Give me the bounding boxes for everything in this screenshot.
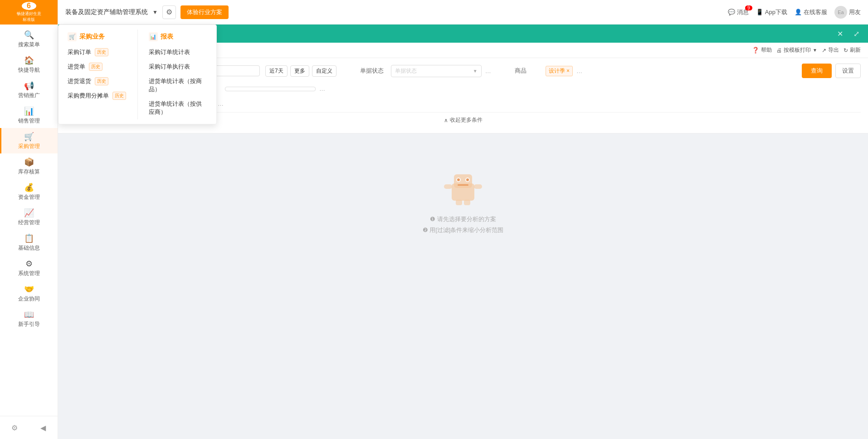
purchase-order-label: 采购订单 — [68, 48, 91, 56]
quick-more-btn[interactable]: 更多 — [290, 65, 309, 77]
sidebar-label-purchase: 采购管理 — [18, 143, 40, 150]
inbound-label: 进货单 — [68, 63, 85, 71]
settings-btn[interactable]: 设置 — [835, 64, 861, 78]
dropdown-col-report: 📊 报表 采购订单统计表 采购订单执行表 进货单统计表（按商品） 进货单统计表（… — [140, 30, 217, 119]
inbound-stats-supplier-label: 进货单统计表（按供应商） — [149, 100, 208, 116]
app-download-btn[interactable]: 📱 App下载 — [756, 8, 787, 16]
sidebar-item-guide[interactable]: 📖 新手引导 — [0, 306, 58, 331]
sidebar-label-sales: 销售管理 — [18, 117, 40, 125]
inventory-icon: 📦 — [24, 157, 34, 167]
staff-more-btn[interactable]: … — [319, 85, 325, 92]
inbound-stats-goods-label: 进货单统计表（按商品） — [149, 77, 208, 94]
refresh-btn[interactable]: ↻ 刷新 — [844, 46, 861, 54]
topbar-settings-btn[interactable]: ⚙ — [162, 5, 176, 19]
dropdown-purchase-order[interactable]: 采购订单 历史 — [63, 45, 131, 59]
sidebar-item-search[interactable]: 🔍 搜索菜单 — [0, 26, 58, 52]
user-btn[interactable]: Ea 用友 — [834, 6, 861, 19]
sidebar-bottom: ⚙ ◀ — [0, 416, 58, 439]
sidebar-label-enterprise: 企业协同 — [18, 295, 40, 303]
industry-btn[interactable]: 体验行业方案 — [180, 5, 229, 19]
quick-custom-btn[interactable]: 自定义 — [312, 65, 336, 77]
purchase-icon: 🛒 — [24, 132, 34, 142]
goods-tag-design[interactable]: 设计季 × — [546, 66, 573, 76]
dropdown-purchase-order-exec[interactable]: 采购订单执行表 — [144, 59, 212, 74]
tabbar-right: ✕ ⤢ — [834, 27, 868, 40]
dropdown-purchase-order-stats[interactable]: 采购订单统计表 — [144, 45, 212, 59]
user-avatar: Ea — [834, 6, 847, 19]
sidebar-item-operations[interactable]: 📈 经营管理 — [0, 204, 58, 230]
online-service-btn[interactable]: 👤 在线客服 — [795, 8, 827, 16]
logo-icon: 6 — [22, 2, 36, 10]
sidebar-item-system[interactable]: ⚙ 系统管理 — [0, 255, 58, 281]
goods-label: 商品 — [515, 67, 542, 75]
sidebar-item-enterprise[interactable]: 🤝 企业协同 — [0, 281, 58, 306]
sidebar-label-inventory: 库存核算 — [18, 168, 40, 176]
topbar: 装备及固定资产辅助管理系统 ▼ ⚙ 体验行业方案 💬 消息 9 📱 App下载 … — [58, 0, 868, 25]
sidebar-item-inventory[interactable]: 📦 库存核算 — [0, 153, 58, 179]
help-icon: ❓ — [752, 47, 759, 54]
dropdown-menu: 🛒 采购业务 采购订单 历史 进货单 历史 进货退货 历史 采购费用分摊单 历史 — [58, 25, 217, 124]
quick-7days-btn[interactable]: 近7天 — [265, 65, 288, 77]
print-btn[interactable]: 🖨 按模板打印 ▼ — [776, 46, 817, 54]
sidebar-label-system: 系统管理 — [18, 270, 40, 277]
tab-expand-btn[interactable]: ⤢ — [850, 27, 863, 40]
dropdown-inbound-stats-goods[interactable]: 进货单统计表（按商品） — [144, 74, 212, 97]
query-btn[interactable]: 查询 — [802, 64, 832, 78]
dropdown-divider — [137, 30, 138, 119]
status-more-btn[interactable]: … — [485, 68, 491, 74]
purchase-col-header: 🛒 采购业务 — [63, 30, 131, 45]
print-icon: 🖨 — [776, 47, 782, 54]
sidebar-item-marketing[interactable]: 📢 营销推广 — [0, 77, 58, 103]
sidebar-item-basic-info[interactable]: 📋 基础信息 — [0, 230, 58, 255]
customer-more-btn[interactable]: … — [218, 100, 224, 107]
finance-icon: 💰 — [24, 183, 34, 192]
marketing-icon: 📢 — [24, 81, 34, 91]
basic-info-icon: 📋 — [24, 233, 34, 243]
hist-badge-2: 历史 — [95, 77, 108, 85]
return-label: 进货退货 — [68, 77, 91, 85]
dropdown-return[interactable]: 进货退货 历史 — [63, 74, 131, 89]
sidebar-label-search: 搜索菜单 — [18, 41, 40, 49]
expense-label: 采购费用分摊单 — [68, 92, 109, 100]
purchase-col-title: 采购业务 — [79, 33, 105, 41]
report-col-title: 报表 — [161, 33, 173, 41]
dropdown-inbound[interactable]: 进货单 历史 — [63, 59, 131, 74]
sidebar-item-purchase[interactable]: 🛒 采购管理 — [0, 128, 58, 153]
topbar-dropdown[interactable]: ▼ — [152, 9, 158, 15]
help-btn[interactable]: ❓ 帮助 — [752, 46, 772, 54]
status-select[interactable]: 单据状态 ▼ — [391, 65, 482, 77]
sidebar-label-basic-info: 基础信息 — [18, 244, 40, 252]
sidebar: 6 畅捷通好生意 标准版 🔍 搜索菜单 🏠 快捷导航 📢 营销推广 📊 销售管理… — [0, 0, 58, 439]
goods-more-btn[interactable]: … — [576, 68, 582, 74]
messages-btn[interactable]: 💬 消息 9 — [728, 8, 749, 16]
sidebar-collapse-btn[interactable]: ◀ — [36, 421, 50, 434]
sidebar-item-finance[interactable]: 💰 资金管理 — [0, 179, 58, 204]
export-btn[interactable]: ↗ 导出 — [822, 46, 839, 54]
svg-point-5 — [466, 178, 469, 181]
sidebar-settings-btn[interactable]: ⚙ — [8, 421, 21, 434]
sidebar-item-sales[interactable]: 📊 销售管理 — [0, 103, 58, 128]
purchase-col-icon: 🛒 — [68, 32, 77, 41]
enterprise-icon: 🤝 — [24, 284, 34, 294]
message-icon: 💬 — [728, 9, 735, 15]
empty-state: ❶ 请先选择要分析的方案 ❷ 用[过滤]条件来缩小分析范围 — [58, 133, 868, 273]
service-icon: 👤 — [795, 9, 802, 15]
logo-text: 畅捷通好生意 标准版 — [17, 11, 41, 23]
message-badge: 9 — [745, 5, 752, 10]
phone-icon: 📱 — [756, 9, 763, 15]
status-placeholder: 单据状态 — [395, 67, 417, 75]
system-icon: ⚙ — [25, 259, 33, 269]
svg-rect-9 — [456, 200, 462, 205]
sidebar-logo: 6 畅捷通好生意 标准版 — [0, 0, 58, 25]
topbar-title: 装备及固定资产辅助管理系统 — [65, 8, 148, 16]
sidebar-item-quick-nav[interactable]: 🏠 快捷导航 — [0, 52, 58, 77]
dropdown-inbound-stats-supplier[interactable]: 进货单统计表（按供应商） — [144, 97, 212, 119]
hist-badge-3: 历史 — [112, 92, 126, 100]
staff-select[interactable] — [225, 87, 316, 91]
tab-close-all-btn[interactable]: ✕ — [834, 27, 846, 40]
guide-icon: 📖 — [24, 310, 34, 320]
sales-icon: 📊 — [24, 106, 34, 116]
topbar-right: 💬 消息 9 📱 App下载 👤 在线客服 Ea 用友 — [728, 6, 861, 19]
svg-rect-8 — [474, 184, 482, 189]
dropdown-expense[interactable]: 采购费用分摊单 历史 — [63, 89, 131, 103]
